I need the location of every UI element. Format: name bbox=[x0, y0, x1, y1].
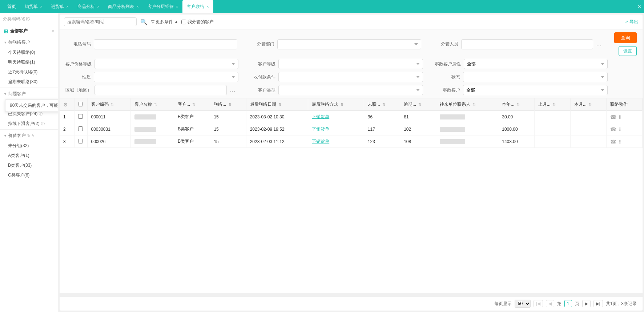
tab-analysis-list[interactable]: 商品分析列表 × bbox=[104, 0, 143, 13]
my-customers-checkbox[interactable] bbox=[181, 20, 186, 24]
close-customer-tier-tab[interactable]: × bbox=[176, 4, 178, 9]
sidebar-search-input[interactable] bbox=[3, 16, 57, 21]
phone-input[interactable] bbox=[94, 39, 237, 49]
refresh-icon[interactable]: ↻ bbox=[27, 134, 30, 138]
cell-checkbox[interactable] bbox=[74, 111, 87, 123]
cell-checkbox[interactable] bbox=[74, 135, 87, 148]
export-button[interactable]: ↗ 导出 bbox=[625, 19, 638, 25]
sidebar-item-c-class[interactable]: C类客户(6) bbox=[0, 170, 58, 180]
tab-customer-tier[interactable]: 客户分层经营 × bbox=[143, 0, 182, 13]
retail-attr-select[interactable]: 全部 bbox=[464, 59, 608, 69]
per-page-select[interactable]: 50 bbox=[515, 300, 531, 308]
close-all-btn[interactable]: × bbox=[638, 3, 641, 10]
cell-contact: 15 bbox=[210, 123, 246, 135]
table-settings-icon[interactable]: ⚙ bbox=[63, 102, 68, 108]
cell-code: 000011 bbox=[87, 111, 130, 123]
cell-checkbox[interactable] bbox=[74, 123, 87, 135]
tab-analysis[interactable]: 商品分析 × bbox=[73, 0, 104, 13]
payment-select[interactable] bbox=[278, 72, 423, 82]
close-purchase-tab[interactable]: × bbox=[66, 4, 68, 9]
sidebar-group-problem-title[interactable]: 问题客户 bbox=[0, 89, 58, 99]
retail-customer-select[interactable]: 全部 bbox=[463, 85, 608, 95]
sidebar-item-tomorrow-contact[interactable]: 明天待联络(1) bbox=[0, 57, 58, 67]
sort-date-icon[interactable]: ⇅ bbox=[278, 102, 281, 106]
all-customers-label: 全部客户 bbox=[10, 28, 28, 34]
cell-action: ☎ ⁞⁞ bbox=[607, 123, 643, 135]
retail-attr-label: 零散客户属性 bbox=[435, 61, 461, 67]
table-header-row: ⚙ 客户编码 ⇅ 客户名称 ⇅ bbox=[60, 98, 643, 111]
sidebar-item-a-class[interactable]: A类客户(1) bbox=[0, 151, 58, 161]
sort-this-year-icon[interactable]: ⇅ bbox=[517, 102, 520, 106]
region-more-icon[interactable]: … bbox=[227, 87, 238, 93]
more-action-icon[interactable]: ⁞⁞ bbox=[619, 114, 621, 120]
customer-level-select[interactable] bbox=[278, 59, 423, 69]
gender-select[interactable] bbox=[94, 72, 238, 82]
close-sales-tab[interactable]: × bbox=[40, 4, 42, 9]
first-page-btn[interactable]: |◀ bbox=[534, 300, 543, 307]
tab-purchase[interactable]: 进货单 × bbox=[47, 0, 73, 13]
filter-row-1: 电话号码 分管部门 分管人员 … 查询 设置 bbox=[65, 32, 637, 56]
sidebar-item-overdue-contact[interactable]: 逾期未联络(30) bbox=[0, 77, 58, 87]
more-conditions-button[interactable]: ▽ 更多条件 ▲ bbox=[151, 19, 178, 25]
status-select[interactable] bbox=[463, 72, 608, 82]
filter-search-input[interactable] bbox=[64, 17, 137, 26]
next-page-btn[interactable]: ▶ bbox=[582, 300, 591, 307]
cell-index: 3 bbox=[60, 135, 74, 148]
sort-this-month-icon[interactable]: ⇅ bbox=[589, 102, 592, 106]
contact-action-icon[interactable]: ☎ bbox=[610, 139, 616, 145]
tab-sales[interactable]: 销货单 × bbox=[20, 0, 47, 13]
contact-action-icon[interactable]: ☎ bbox=[610, 114, 616, 120]
prev-page-btn[interactable]: ◀ bbox=[546, 300, 554, 307]
dept-select[interactable] bbox=[277, 39, 421, 49]
close-analysis-list-tab[interactable]: × bbox=[136, 4, 138, 9]
sort-name-icon[interactable]: ⇅ bbox=[154, 102, 157, 106]
horizontal-scrollbar[interactable] bbox=[60, 293, 643, 296]
all-customers-header[interactable]: ⊞ 全部客户 « bbox=[0, 25, 58, 37]
price-level-select[interactable] bbox=[94, 59, 238, 69]
tab-home[interactable]: 首页 bbox=[3, 0, 20, 13]
my-customers-checkbox-label[interactable]: 我分管的客户 bbox=[181, 19, 214, 25]
select-all-checkbox[interactable] bbox=[78, 102, 83, 106]
sidebar-item-7days-contact[interactable]: 近7天待联络(0) bbox=[0, 67, 58, 77]
sidebar-group-pending[interactable]: 待联络客户 bbox=[0, 37, 58, 48]
th-overdue: 逾期... ⇅ bbox=[400, 98, 436, 111]
sort-not-contacted-icon[interactable]: ⇅ bbox=[382, 102, 385, 106]
sort-overdue-icon[interactable]: ⇅ bbox=[418, 102, 421, 106]
settings-button[interactable]: 设置 bbox=[619, 46, 637, 56]
sort-unit-contact-icon[interactable]: ⇅ bbox=[473, 102, 476, 106]
sort-category-icon[interactable]: ⇅ bbox=[192, 102, 195, 106]
sort-last-month-icon[interactable]: ⇅ bbox=[553, 102, 556, 106]
cell-code: 00030031 bbox=[87, 123, 130, 135]
cell-last-contact-method: 下销货单 bbox=[308, 135, 364, 148]
sort-contact-icon[interactable]: ⇅ bbox=[229, 102, 232, 106]
sidebar-item-ungrouped[interactable]: 未分组(32) bbox=[0, 141, 58, 151]
close-customer-contact-tab[interactable]: × bbox=[206, 4, 209, 9]
sidebar-item-declining[interactable]: 持续下滑客户(2) ⓘ bbox=[0, 119, 58, 129]
sidebar-item-today-contact[interactable]: 今天待联络(0) bbox=[0, 48, 58, 57]
close-analysis-tab[interactable]: × bbox=[97, 4, 99, 9]
sidebar-search-area: 🔍 bbox=[0, 13, 58, 25]
sort-method-icon[interactable]: ⇅ bbox=[341, 102, 343, 106]
info-icon: ⓘ bbox=[39, 112, 43, 117]
manager-input[interactable] bbox=[461, 39, 593, 49]
cell-unit-contact: ████ ███ bbox=[436, 135, 498, 148]
contact-action-icon[interactable]: ☎ bbox=[610, 126, 616, 132]
tab-customer-contact[interactable]: 客户联络 × bbox=[182, 0, 213, 13]
region-input[interactable] bbox=[94, 85, 227, 95]
last-page-btn[interactable]: ▶| bbox=[593, 300, 603, 307]
cell-code: 000026 bbox=[87, 135, 130, 148]
more-action-icon[interactable]: ⁞⁞ bbox=[619, 126, 621, 132]
edit-icon[interactable]: ✎ bbox=[32, 134, 35, 138]
phone-label: 电话号码 bbox=[65, 41, 91, 47]
manager-more-icon[interactable]: … bbox=[593, 41, 605, 48]
cell-name: ██████ bbox=[130, 135, 174, 148]
sidebar-item-b-class[interactable]: B类客户(33) bbox=[0, 161, 58, 170]
more-action-icon[interactable]: ⁞⁞ bbox=[619, 139, 621, 145]
sort-code-icon[interactable]: ⇅ bbox=[111, 102, 114, 106]
sidebar-group-value[interactable]: 价值客户 ↻ ✎ bbox=[0, 130, 58, 141]
collapse-sidebar-icon[interactable]: « bbox=[52, 29, 54, 34]
query-button[interactable]: 查询 bbox=[614, 32, 637, 43]
customer-type-select[interactable] bbox=[278, 85, 423, 95]
th-not-contacted: 未联... ⇅ bbox=[364, 98, 400, 111]
filter-search-button[interactable]: 🔍 bbox=[140, 18, 148, 26]
